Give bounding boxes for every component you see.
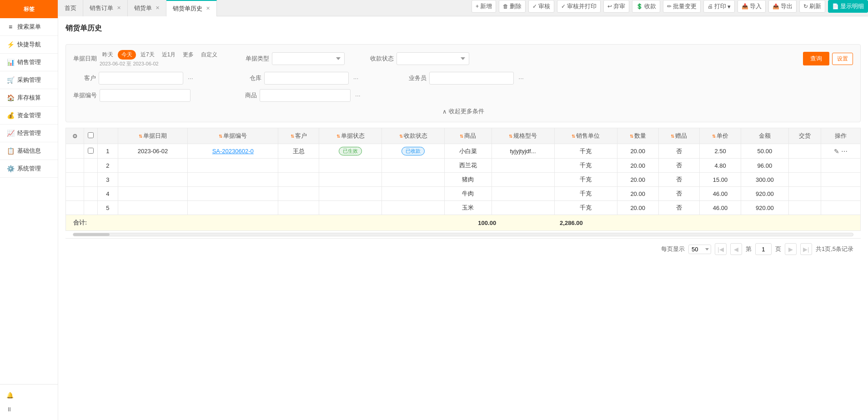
th-spec[interactable]: ⇅ 规格型号 [492,128,554,144]
sort-qty[interactable]: ⇅ 数量 [630,132,646,140]
sort-gift[interactable]: ⇅ 赠品 [671,132,687,140]
th-doc-status[interactable]: ⇅ 单据状态 [319,128,382,144]
date-btn-more[interactable]: 更多 [180,50,196,60]
date-btn-custom[interactable]: 自定义 [198,50,220,60]
last-page-btn[interactable]: ▶| [800,243,812,255]
th-docno[interactable]: ⇅ 单据编号 [188,128,278,144]
sort-spec[interactable]: ⇅ 规格型号 [509,132,537,140]
td-trade [788,187,821,201]
settings-btn[interactable]: 设置 [832,53,853,65]
sort-pay-status[interactable]: ⇅ 收款状态 [399,132,427,140]
prev-page-btn[interactable]: ◀ [730,243,742,255]
tab-sales-history[interactable]: 销货单历史 ✕ [166,0,217,16]
sidebar-item-biz-mgmt[interactable]: 📈 经营管理 [0,125,58,142]
th-gift[interactable]: ⇅ 赠品 [658,128,699,144]
td-checkbox[interactable] [84,159,98,173]
sidebar-bottom-icon1[interactable]: 🔔 [0,388,58,402]
tab-home[interactable]: 首页 [58,0,83,16]
date-btn-today[interactable]: 今天 [118,50,136,60]
td-checkbox[interactable] [84,187,98,201]
th-customer[interactable]: ⇅ 客户 [278,128,319,144]
per-page-select[interactable]: 50 100 200 [688,245,711,254]
td-checkbox[interactable] [84,173,98,187]
th-price[interactable]: ⇅ 单价 [699,128,741,144]
sidebar-item-purchase-mgmt[interactable]: 🛒 采购管理 [0,71,58,89]
goods-input[interactable] [260,89,351,102]
sort-date[interactable]: ⇅ 单据日期 [139,132,167,140]
tab-close-sales-delivery[interactable]: ✕ [156,5,160,11]
td-amount: 920.00 [741,187,788,201]
td-docno [188,159,278,173]
row-checkbox[interactable] [88,148,94,154]
customer-input[interactable] [99,72,183,85]
sidebar-item-finance-mgmt[interactable]: 💰 资金管理 [0,107,58,125]
next-page-btn[interactable]: ▶ [785,243,797,255]
date-quick-btns: 昨天 今天 近7天 近1月 更多 自定义 [100,50,220,60]
td-customer [278,201,319,215]
th-qty[interactable]: ⇅ 数量 [617,128,658,144]
salesperson-input[interactable] [429,72,514,85]
th-unit[interactable]: ⇅ 销售单位 [554,128,617,144]
td-settings [66,201,84,215]
pay-status-select[interactable] [396,52,469,65]
warehouse-ellipsis-btn[interactable]: ··· [351,75,361,82]
date-btn-1month[interactable]: 近1月 [159,50,179,60]
sort-doc-status[interactable]: ⇅ 单据状态 [336,132,365,140]
sort-price[interactable]: ⇅ 单价 [712,132,728,140]
sort-docno[interactable]: ⇅ 单据编号 [219,132,247,140]
select-all-checkbox[interactable] [88,132,94,138]
goods-ellipsis-btn[interactable]: ··· [353,92,362,99]
warehouse-input[interactable] [264,72,349,85]
sort-customer[interactable]: ⇅ 客户 [291,132,307,140]
bell-icon: 🔔 [6,392,14,399]
date-btn-7days[interactable]: 近7天 [138,50,157,60]
td-spec [492,201,554,215]
td-unit: 千克 [554,144,617,159]
scrollbar-thumb[interactable] [73,233,110,236]
sidebar-bottom-icon2[interactable]: ⏸ [0,402,58,416]
edit-icon[interactable]: ✎ [834,148,839,155]
query-btn[interactable]: 查询 [803,52,829,65]
tab-sales-order[interactable]: 销售订单 ✕ [83,0,128,16]
doc-type-select[interactable] [272,52,345,65]
collapse-btn[interactable]: ∧ 收起更多条件 [73,106,853,116]
first-page-btn[interactable]: |◀ [715,243,727,255]
sidebar-item-sys-mgmt[interactable]: ⚙️ 系统管理 [0,160,58,178]
sort-unit[interactable]: ⇅ 销售单位 [572,132,600,140]
tab-close-sales-order[interactable]: ✕ [117,5,121,11]
th-date[interactable]: ⇅ 单据日期 [118,128,188,144]
td-trade [788,173,821,187]
tab-close-sales-history[interactable]: ✕ [206,5,210,11]
th-goods[interactable]: ⇅ 商品 [445,128,492,144]
th-checkbox[interactable] [84,128,98,144]
td-checkbox[interactable] [84,144,98,159]
horizontal-scrollbar[interactable] [73,233,853,236]
td-pay-status [382,173,445,187]
date-btn-yesterday[interactable]: 昨天 [100,50,116,60]
th-num-col [98,128,118,144]
query-settings-area: 查询 设置 [803,52,853,65]
page-title: 销货单历史 [65,24,102,33]
customer-ellipsis-btn[interactable]: ··· [186,75,195,82]
td-settings [66,144,84,159]
sidebar-item-quick-nav[interactable]: ⚡ 快捷导航 [0,36,58,54]
more-icon[interactable]: ⋯ [841,148,848,155]
sidebar-item-search-menu[interactable]: ≡ 搜索菜单 [0,18,58,36]
sort-goods[interactable]: ⇅ 商品 [460,132,476,140]
sidebar-item-inventory[interactable]: 🏠 库存核算 [0,89,58,107]
docno-input[interactable] [100,89,191,102]
sidebar-item-basic-info[interactable]: 📋 基础信息 [0,142,58,160]
total-info: 共1页,5条记录 [816,245,853,253]
docno-label: 单据编号 [73,91,97,100]
th-settings[interactable]: ⚙ [66,128,84,144]
th-pay-status[interactable]: ⇅ 收款状态 [382,128,445,144]
page-input[interactable] [755,243,772,255]
salesperson-ellipsis-btn[interactable]: ··· [517,75,526,82]
tab-sales-delivery[interactable]: 销货单 ✕ [128,0,166,16]
page-suffix: 页 [775,245,781,253]
td-checkbox[interactable] [84,201,98,215]
td-qty: 20.00 [617,173,658,187]
doc-no-link[interactable]: SA-20230602-0 [212,148,254,155]
sidebar-item-sales-mgmt[interactable]: 📊 销售管理 [0,54,58,71]
filter-item-pay-status: 收款状态 [370,52,469,65]
